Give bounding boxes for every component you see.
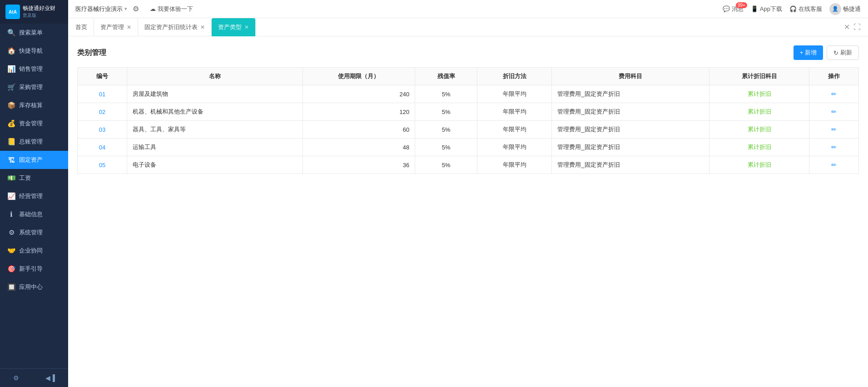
edit-icon[interactable]: ✏ [831, 126, 837, 133]
tab-label: 资产类型 [218, 23, 242, 31]
sidebar-item-fixed[interactable]: 🏗 固定资产 [0, 151, 68, 169]
cell-accumulated: 累计折旧 [709, 85, 809, 103]
demo-label: 医疗器械行业演示 [75, 5, 123, 13]
cell-name: 电子设备 [127, 156, 303, 174]
headset-icon: 🎧 [789, 5, 797, 12]
cell-residual: 5% [415, 156, 477, 174]
tab-1[interactable]: 资产管理 ✕ [94, 18, 138, 36]
edit-icon[interactable]: ✏ [831, 161, 837, 169]
content-header: 类别管理 + 新增 ↻ 刷新 [77, 45, 859, 60]
cell-months: 60 [303, 121, 415, 139]
sidebar: AtA 畅捷通好业财 普及版 🔍 搜索菜单🏠 快捷导航📊 销售管理🛒 采购管理📦… [0, 0, 68, 387]
table-column-header: 编号 [78, 68, 127, 85]
sidebar-item-guide[interactable]: 🎯 新手引导 [0, 260, 68, 278]
cell-code: 02 [78, 103, 127, 121]
edit-icon[interactable]: ✏ [831, 90, 837, 98]
table-header-row: 编号名称使用期限（月）残值率折旧方法费用科目累计折旧科目操作 [78, 68, 859, 85]
ledger-icon: 📒 [7, 138, 15, 146]
appstore-icon: 🔲 [7, 283, 15, 291]
sidebar-item-appstore[interactable]: 🔲 应用中心 [0, 278, 68, 296]
tabbar-controls: ✕ ⛶ [844, 23, 861, 31]
cell-expense: 管理费用_固定资产折旧 [552, 121, 709, 139]
sidebar-item-purchase[interactable]: 🛒 采购管理 [0, 78, 68, 96]
cell-method: 年限平均 [477, 121, 552, 139]
close-tab-btn[interactable]: ✕ [244, 24, 249, 30]
cell-code: 04 [78, 139, 127, 156]
tab-0[interactable]: 首页 [75, 18, 94, 36]
cell-name: 机器、机械和其他生产设备 [127, 103, 303, 121]
cell-method: 年限平均 [477, 85, 552, 103]
sidebar-item-search[interactable]: 🔍 搜索菜单 [0, 24, 68, 42]
table-column-header: 残值率 [415, 68, 477, 85]
sidebar-item-basic[interactable]: ℹ 基础信息 [0, 205, 68, 223]
sidebar-item-operations[interactable]: 📈 经营管理 [0, 187, 68, 205]
settings-icon[interactable]: ⚙ [133, 5, 139, 13]
cell-name: 房屋及建筑物 [127, 85, 303, 103]
finance-icon: 💰 [7, 119, 15, 128]
cell-actions: ✏ [809, 156, 859, 174]
sidebar-item-cooperation[interactable]: 🤝 企业协同 [0, 242, 68, 260]
tab-label: 资产管理 [100, 23, 124, 31]
cell-residual: 5% [415, 121, 477, 139]
cloud-icon: ☁ [150, 5, 156, 12]
user-menu[interactable]: 👤 畅捷通 [829, 3, 861, 15]
topbar-left: 医疗器械行业演示 ▾ ⚙ ☁ 我要体验一下 [75, 5, 193, 13]
maximize-icon[interactable]: ⛶ [853, 23, 861, 31]
search-icon: 🔍 [7, 29, 15, 37]
close-tab-btn[interactable]: ✕ [200, 24, 205, 30]
sidebar-item-sales[interactable]: 📊 销售管理 [0, 60, 68, 78]
settings-bottom-icon[interactable]: ⚙ [10, 372, 23, 383]
tabbar: 首页资产管理 ✕固定资产折旧统计表 ✕资产类型 ✕ ✕ ⛶ [68, 18, 868, 36]
sidebar-item-label: 经营管理 [19, 192, 43, 200]
chevron-down-icon: ▾ [124, 6, 127, 12]
cooperation-icon: 🤝 [7, 247, 15, 255]
logo-version: 普及版 [23, 12, 55, 19]
cell-code: 01 [78, 85, 127, 103]
table-body: 01 房屋及建筑物 240 5% 年限平均 管理费用_固定资产折旧 累计折旧 ✏… [78, 85, 859, 174]
table-row: 01 房屋及建筑物 240 5% 年限平均 管理费用_固定资产折旧 累计折旧 ✏ [78, 85, 859, 103]
cell-name: 运输工具 [127, 139, 303, 156]
sidebar-item-payroll[interactable]: 💵 工资 [0, 169, 68, 187]
edit-icon[interactable]: ✏ [831, 108, 837, 115]
purchase-icon: 🛒 [7, 83, 15, 91]
table-row: 02 机器、机械和其他生产设备 120 5% 年限平均 管理费用_固定资产折旧 … [78, 103, 859, 121]
cell-months: 36 [303, 156, 415, 174]
sidebar-item-label: 快捷导航 [19, 47, 43, 55]
sidebar-item-label: 资金管理 [19, 119, 43, 128]
logo-icon: AtA [5, 5, 20, 19]
table-column-header: 累计折旧科目 [709, 68, 809, 85]
sidebar-item-inventory[interactable]: 📦 库存核算 [0, 96, 68, 114]
tab-label: 首页 [75, 23, 87, 31]
cell-months: 120 [303, 103, 415, 121]
demo-selector[interactable]: 医疗器械行业演示 ▾ [75, 5, 127, 13]
cell-expense: 管理费用_固定资产折旧 [552, 156, 709, 174]
cell-residual: 5% [415, 85, 477, 103]
tab-2[interactable]: 固定资产折旧统计表 ✕ [138, 18, 212, 36]
guide-icon: 🎯 [7, 265, 15, 273]
table-header: 编号名称使用期限（月）残值率折旧方法费用科目累计折旧科目操作 [78, 68, 859, 85]
sidebar-item-label: 工资 [19, 174, 31, 182]
cell-actions: ✏ [809, 103, 859, 121]
close-tab-icon[interactable]: ✕ [844, 23, 850, 31]
trial-button[interactable]: ☁ 我要体验一下 [150, 5, 193, 13]
close-tab-btn[interactable]: ✕ [127, 24, 131, 30]
cell-accumulated: 累计折旧 [709, 121, 809, 139]
app-download-button[interactable]: 📱 App下载 [751, 5, 782, 13]
edit-icon[interactable]: ✏ [831, 144, 837, 151]
refresh-button[interactable]: ↻ 刷新 [827, 45, 859, 60]
sales-icon: 📊 [7, 65, 15, 73]
sidebar-item-finance[interactable]: 💰 资金管理 [0, 114, 68, 133]
sidebar-nav: 🔍 搜索菜单🏠 快捷导航📊 销售管理🛒 采购管理📦 库存核算💰 资金管理📒 总账… [0, 24, 68, 368]
sidebar-item-system[interactable]: ⚙ 系统管理 [0, 223, 68, 242]
cell-residual: 5% [415, 103, 477, 121]
messages-button[interactable]: 💬 消息 99+ [723, 5, 744, 13]
system-icon: ⚙ [7, 228, 15, 237]
table-row: 03 器具、工具、家具等 60 5% 年限平均 管理费用_固定资产折旧 累计折旧… [78, 121, 859, 139]
collapse-icon[interactable]: ◀▐ [42, 372, 59, 383]
tab-3[interactable]: 资产类型 ✕ [212, 18, 256, 36]
sidebar-item-ledger[interactable]: 📒 总账管理 [0, 133, 68, 151]
sidebar-item-quicknav[interactable]: 🏠 快捷导航 [0, 42, 68, 60]
customer-service-button[interactable]: 🎧 在线客服 [789, 5, 822, 13]
new-button[interactable]: + 新增 [794, 45, 823, 60]
cell-code: 03 [78, 121, 127, 139]
